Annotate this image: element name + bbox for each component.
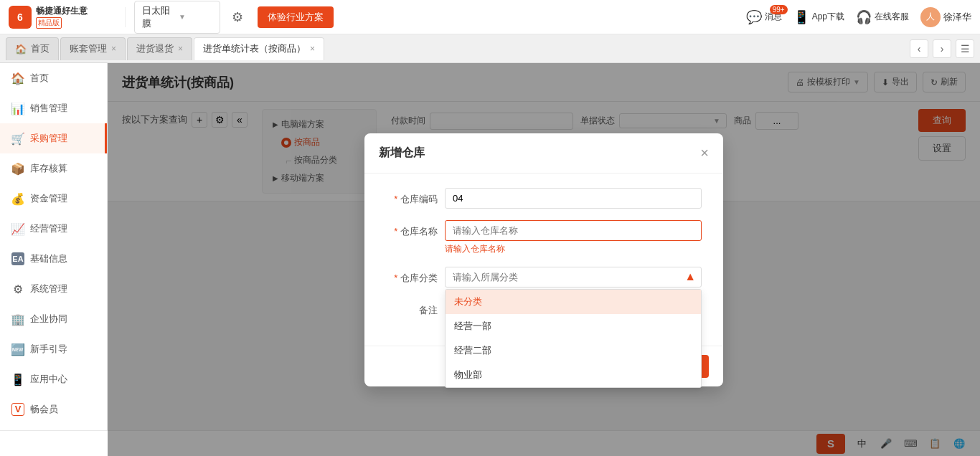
app-download-label: App下载 xyxy=(812,11,844,23)
sidebar-item-newbie[interactable]: 🆕 新手引导 xyxy=(0,334,107,364)
tab-accounts[interactable]: 账套管理 × xyxy=(60,37,126,60)
sidebar-item-inventory[interactable]: 📦 库存核算 xyxy=(0,153,107,184)
inventory-icon: 📦 xyxy=(11,162,24,175)
store-name: 日太阳膜 xyxy=(142,4,176,30)
tab-purchase-stats[interactable]: 进货单统计表（按商品） × xyxy=(194,37,324,60)
tab-next-button[interactable]: › xyxy=(933,39,951,58)
sidebar-item-home[interactable]: 🏠 首页 xyxy=(0,63,107,93)
home-icon: 🏠 xyxy=(11,72,24,85)
top-right: 💬 消息 99+ 📱 App下载 🎧 在线客服 人 徐泽华 xyxy=(746,7,971,27)
tab-bar: 🏠 首页 账套管理 × 进货退货 × 进货单统计表（按商品） × ‹ › ☰ xyxy=(0,34,980,63)
enterprise-icon: 🏢 xyxy=(11,313,24,326)
logo-area: 6 畅捷通好生意 精品版 xyxy=(9,5,116,29)
sidebar-item-member[interactable]: V 畅会员 xyxy=(0,394,107,424)
sidebar-item-label: 基础信息 xyxy=(30,252,67,265)
mobile-icon: 📱 xyxy=(793,9,809,25)
category-input-wrapper: ▲ 未分类 经营一部 经营二部 物业部 xyxy=(445,267,702,288)
sidebar-item-label: 销售管理 xyxy=(30,102,67,115)
category-toggle-button[interactable]: ▲ xyxy=(684,270,696,283)
modal-body: 仓库编码 仓库名称 请输入仓库名称 仓库分类 xyxy=(364,174,723,346)
online-service-label: 在线客服 xyxy=(875,11,909,23)
tab-label: 账套管理 xyxy=(70,42,107,55)
dropdown-item-op2[interactable]: 经营二部 xyxy=(446,338,701,363)
tab-label: 首页 xyxy=(31,42,50,55)
warehouse-name-row: 仓库名称 请输入仓库名称 xyxy=(386,220,702,255)
modal-close-button[interactable]: × xyxy=(700,145,709,161)
warehouse-code-row: 仓库编码 xyxy=(386,188,702,209)
dropdown-item-op1[interactable]: 经营一部 xyxy=(446,314,701,338)
warehouse-code-input[interactable] xyxy=(445,188,702,209)
logo-badge: 精品版 xyxy=(36,17,62,29)
headset-icon: 🎧 xyxy=(856,9,872,25)
modal-new-warehouse: 新增仓库 × 仓库编码 仓库名称 请输入仓库名称 xyxy=(364,133,723,386)
online-service-item[interactable]: 🎧 在线客服 xyxy=(856,9,909,25)
warehouse-category-row: 仓库分类 ▲ 未分类 经营一部 经营二部 物业部 xyxy=(386,267,702,288)
settings-button[interactable]: ⚙ xyxy=(226,6,249,29)
trial-button[interactable]: 体验行业方案 xyxy=(258,6,334,28)
tab-close-icon[interactable]: × xyxy=(111,44,116,54)
app-download-item[interactable]: 📱 App下载 xyxy=(793,9,844,25)
tab-purchase-return[interactable]: 进货退货 × xyxy=(127,37,192,60)
sidebar-item-label: 资金管理 xyxy=(30,192,67,205)
warehouse-name-error: 请输入仓库名称 xyxy=(445,243,702,255)
tab-right-buttons: ‹ › ☰ xyxy=(910,39,974,58)
member-icon: V xyxy=(11,403,24,416)
tab-prev-button[interactable]: ‹ xyxy=(910,39,928,58)
sidebar-item-label: 采购管理 xyxy=(30,132,67,145)
sidebar-item-label: 畅会员 xyxy=(30,403,58,416)
sidebar: 🏠 首页 📊 销售管理 🛒 采购管理 📦 库存核算 💰 资金管理 📈 经营管理 … xyxy=(0,63,108,456)
logo-icon: 6 xyxy=(9,6,32,29)
sidebar-item-enterprise[interactable]: 🏢 企业协同 xyxy=(0,304,107,334)
modal-overlay[interactable]: 新增仓库 × 仓库编码 仓库名称 请输入仓库名称 xyxy=(108,63,980,456)
sidebar-item-sales[interactable]: 📊 销售管理 xyxy=(0,93,107,123)
sidebar-item-label: 库存核算 xyxy=(30,162,67,175)
operation-icon: 📈 xyxy=(11,222,24,235)
tab-menu-button[interactable]: ☰ xyxy=(956,39,974,58)
sidebar-item-capital[interactable]: 💰 资金管理 xyxy=(0,184,107,214)
warehouse-name-label: 仓库名称 xyxy=(386,220,438,238)
user-area[interactable]: 人 徐泽华 xyxy=(920,7,971,27)
purchase-icon: 🛒 xyxy=(11,132,24,145)
sales-icon: 📊 xyxy=(11,102,24,115)
chevron-down-icon: ▼ xyxy=(179,13,212,21)
dropdown-item-op3[interactable]: 物业部 xyxy=(446,363,701,387)
sidebar-item-purchase[interactable]: 🛒 采购管理 xyxy=(0,123,107,153)
divider xyxy=(125,7,126,27)
sidebar-item-system[interactable]: ⚙ 系统管理 xyxy=(0,274,107,304)
logo-text: 畅捷通好生意 精品版 xyxy=(36,5,88,29)
sidebar-item-label: 首页 xyxy=(30,72,49,85)
tab-label: 进货退货 xyxy=(136,42,174,55)
dropdown-item-none[interactable]: 未分类 xyxy=(446,290,701,314)
sidebar-item-label: 应用中心 xyxy=(30,373,67,386)
avatar: 人 xyxy=(920,7,941,27)
category-dropdown: 未分类 经营一部 经营二部 物业部 xyxy=(445,289,702,388)
warehouse-name-input[interactable] xyxy=(445,220,702,241)
newbie-icon: 🆕 xyxy=(11,343,24,356)
warehouse-note-label: 备注 xyxy=(386,299,438,317)
tab-close-icon[interactable]: × xyxy=(310,44,315,54)
sidebar-item-operation[interactable]: 📈 经营管理 xyxy=(0,214,107,244)
tab-home[interactable]: 🏠 首页 xyxy=(6,37,59,60)
tab-close-icon[interactable]: × xyxy=(178,44,183,54)
sidebar-item-label: 新手引导 xyxy=(30,343,67,356)
sidebar-item-apps[interactable]: 📱 应用中心 xyxy=(0,364,107,394)
notification-item[interactable]: 💬 消息 99+ xyxy=(746,9,782,25)
tab-label: 进货单统计表（按商品） xyxy=(203,42,306,55)
store-selector[interactable]: 日太阳膜 ▼ xyxy=(134,1,220,34)
sidebar-item-label: 企业协同 xyxy=(30,313,67,326)
system-icon: ⚙ xyxy=(11,282,24,295)
top-actions: ⚙ 体验行业方案 xyxy=(226,6,334,29)
top-bar: 6 畅捷通好生意 精品版 日太阳膜 ▼ ⚙ 体验行业方案 💬 消息 99+ 📱 … xyxy=(0,0,980,34)
sidebar-item-label: 系统管理 xyxy=(30,282,67,295)
warehouse-category-input[interactable] xyxy=(445,267,702,288)
modal-header: 新增仓库 × xyxy=(364,133,723,174)
warehouse-category-label: 仓库分类 xyxy=(386,267,438,285)
apps-icon: 📱 xyxy=(11,373,24,386)
message-icon: 💬 xyxy=(746,9,762,25)
warehouse-code-label: 仓库编码 xyxy=(386,188,438,206)
home-icon: 🏠 xyxy=(15,44,27,54)
content-area: 进货单统计(按商品) 🖨 按模板打印 ▼ ⬇ 导出 ↻ 刷新 xyxy=(108,63,980,456)
notification-badge: 99+ xyxy=(770,5,788,14)
sidebar-item-basic[interactable]: EA 基础信息 xyxy=(0,244,107,274)
modal-title: 新增仓库 xyxy=(379,146,425,161)
